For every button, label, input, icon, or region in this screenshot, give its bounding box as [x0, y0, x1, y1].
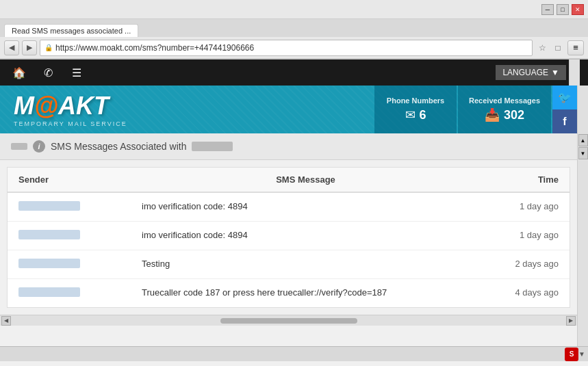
- received-messages-stat[interactable]: Received Messages 📥 302: [458, 86, 551, 133]
- social-sidebar: 🐦 f: [552, 86, 577, 133]
- tagline: TEMPORARY MAIL SERVICE: [14, 120, 127, 127]
- right-scrollbar[interactable]: ▲ ▼: [577, 133, 588, 346]
- table-header: Sender SMS Message Time: [8, 168, 570, 193]
- decorative-dots: [11, 143, 27, 150]
- message-cell-0: imo verification code: 4894: [131, 193, 481, 221]
- close-button[interactable]: ✕: [572, 4, 584, 15]
- received-messages-value: 302: [504, 108, 524, 122]
- sender-cell-0: [8, 193, 131, 221]
- sms-header-text: SMS Messages Associated with: [51, 141, 186, 152]
- logo-text: M@AKT: [14, 92, 127, 120]
- lock-icon: 🔒: [44, 44, 53, 51]
- right-scrollbar-header[interactable]: [577, 86, 588, 133]
- minimize-button[interactable]: ─: [541, 4, 554, 15]
- phone-numbers-stat[interactable]: Phone Numbers ✉ 6: [374, 86, 457, 133]
- sender-cell-1: [8, 222, 131, 250]
- sender-cell-3: [8, 279, 131, 307]
- phone-nav-icon[interactable]: ✆: [37, 62, 59, 83]
- facebook-button[interactable]: f: [552, 109, 577, 133]
- time-cell-0: 1 day ago: [481, 193, 570, 221]
- sender-blurred-3: [18, 287, 80, 297]
- sms-header-bar: i SMS Messages Associated with: [0, 133, 577, 160]
- col-message: SMS Message: [131, 168, 481, 192]
- browser-tab[interactable]: Read SMS messages associated ...: [4, 24, 138, 37]
- sms-table: Sender SMS Message Time imo verification…: [7, 167, 570, 308]
- status-dropdown-arrow[interactable]: ▼: [578, 350, 585, 358]
- scroll-down-button[interactable]: ▼: [578, 147, 588, 159]
- message-cell-2: Testing: [131, 250, 481, 278]
- scroll-thumb[interactable]: [220, 318, 357, 324]
- title-bar: ─ □ ✕: [0, 0, 588, 19]
- sender-blurred-1: [18, 230, 80, 239]
- table-row: imo verification code: 4894 1 day ago: [8, 193, 570, 222]
- status-icon[interactable]: S: [565, 348, 578, 361]
- menu-nav-icon[interactable]: ☰: [66, 62, 88, 83]
- message-cell-3: Truecaller code 187 or press here trueca…: [131, 279, 481, 307]
- language-button[interactable]: LANGUAGE ▼: [496, 65, 566, 80]
- sender-blurred-0: [18, 201, 80, 211]
- time-cell-2: 2 days ago: [481, 250, 570, 278]
- table-row: imo verification code: 4894 1 day ago: [8, 222, 570, 250]
- bookmark-icon[interactable]: □: [551, 41, 565, 55]
- tab-bar: Read SMS messages associated ...: [0, 19, 588, 37]
- info-icon: i: [33, 140, 45, 153]
- col-sender: Sender: [8, 168, 131, 192]
- message-cell-1: imo verification code: 4894: [131, 222, 481, 250]
- site-nav-bar: 🏠 ✆ ☰ LANGUAGE ▼: [0, 60, 588, 86]
- forward-button[interactable]: ▶: [22, 40, 37, 55]
- time-cell-1: 1 day ago: [481, 222, 570, 250]
- time-cell-3: 4 days ago: [481, 279, 570, 307]
- phone-number-blurred: [192, 142, 233, 151]
- back-button[interactable]: ◀: [4, 40, 19, 55]
- sender-blurred-2: [18, 259, 80, 268]
- main-content: i SMS Messages Associated with Sender SM…: [0, 133, 577, 346]
- scroll-track[interactable]: [11, 318, 566, 324]
- col-time: Time: [481, 168, 570, 192]
- header-stats: Phone Numbers ✉ 6 Received Messages 📥 30…: [374, 86, 577, 133]
- received-messages-icon: 📥: [485, 107, 500, 122]
- logo-section: M@AKT TEMPORARY MAIL SERVICE: [0, 86, 141, 133]
- status-bar: S ▼: [0, 346, 588, 361]
- phone-numbers-value: 6: [420, 108, 426, 122]
- sender-cell-2: [8, 250, 131, 278]
- window-controls: ─ □ ✕: [541, 4, 584, 15]
- nav-bar: ◀ ▶ 🔒 https://www.moakt.com/sms?number=+…: [0, 37, 588, 59]
- address-bar[interactable]: 🔒 https://www.moakt.com/sms?number=+4474…: [40, 40, 533, 56]
- star-icon[interactable]: ☆: [535, 41, 549, 55]
- nav-icons-right: ☆ □: [535, 41, 565, 55]
- maximize-button[interactable]: □: [557, 4, 569, 15]
- table-row: Truecaller code 187 or press here trueca…: [8, 279, 570, 307]
- scroll-up-button[interactable]: ▲: [578, 134, 588, 146]
- table-row: Testing 2 days ago: [8, 250, 570, 279]
- url-text: https://www.moakt.com/sms?number=+447441…: [55, 43, 528, 53]
- horizontal-scrollbar[interactable]: ◀ ▶: [0, 315, 577, 326]
- phone-numbers-icon: ✉: [405, 107, 416, 122]
- scroll-right-button[interactable]: ▶: [566, 316, 576, 326]
- twitter-button[interactable]: 🐦: [552, 86, 577, 109]
- scroll-left-button[interactable]: ◀: [1, 316, 11, 326]
- home-nav-icon[interactable]: 🏠: [8, 62, 30, 83]
- browser-menu-button[interactable]: ≡: [567, 40, 584, 55]
